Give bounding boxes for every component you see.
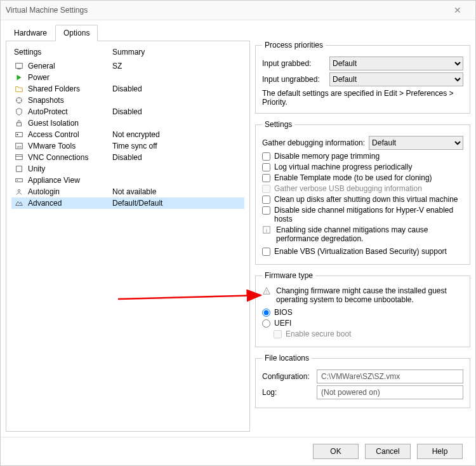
- side-channel-info: i Enabling side channel mitigations may …: [262, 225, 463, 243]
- dialog-body: Settings Summary GeneralSZPowerShared Fo…: [1, 41, 475, 437]
- input-ungrabbed-select[interactable]: Default: [329, 72, 463, 86]
- firmware-legend: Firmware type: [262, 271, 315, 280]
- cb-secure-boot: Enable secure boot: [274, 330, 463, 338]
- input-ungrabbed-label: Input ungrabbed:: [262, 75, 326, 84]
- cb-cleanup-disks[interactable]: Clean up disks after shutting down this …: [262, 195, 463, 204]
- list-item-name: VNC Connections: [28, 153, 112, 162]
- tab-hardware[interactable]: Hardware: [6, 25, 55, 41]
- list-item-snapshots[interactable]: Snapshots: [11, 95, 244, 106]
- list-item-summary: Not encrypted: [112, 130, 242, 139]
- list-item-vnc-connections[interactable]: VNC ConnectionsDisabled: [11, 152, 244, 163]
- vm-settings-window: Virtual Machine Settings ✕ Hardware Opti…: [0, 0, 476, 466]
- process-priorities-group: Process priorities Input grabbed: Defaul…: [255, 41, 470, 114]
- right-panel: Process priorities Input grabbed: Defaul…: [255, 41, 470, 432]
- list-item-access-control[interactable]: Access ControlNot encrypted: [11, 129, 244, 140]
- advanced-icon: [14, 199, 24, 208]
- svg-rect-12: [16, 178, 23, 182]
- settings-legend: Settings: [262, 120, 294, 129]
- svg-point-13: [17, 180, 18, 181]
- list-item-guest-isolation[interactable]: Guest Isolation: [11, 117, 244, 129]
- process-legend: Process priorities: [262, 41, 326, 50]
- svg-rect-0: [16, 63, 23, 69]
- list-item-summary: SZ: [112, 62, 242, 70]
- tab-strip: Hardware Options: [1, 20, 475, 41]
- warning-icon: !: [262, 286, 271, 304]
- svg-marker-2: [17, 75, 22, 81]
- cb-side-channel[interactable]: Disable side channel mitigations for Hyp…: [262, 206, 463, 223]
- list-item-name: General: [28, 62, 112, 70]
- settings-group: Settings Gather debugging information: D…: [255, 120, 470, 265]
- list-item-summary: Time sync off: [112, 142, 242, 150]
- radio-bios[interactable]: BIOS: [262, 308, 463, 317]
- list-item-name: AutoProtect: [28, 107, 112, 116]
- list-item-summary: Not available: [112, 187, 242, 196]
- svg-text:i: i: [266, 227, 267, 234]
- list-item-vmware-tools[interactable]: vmVMware ToolsTime sync off: [11, 140, 244, 152]
- list-item-power[interactable]: Power: [11, 72, 244, 83]
- svg-text:vm: vm: [17, 145, 22, 149]
- list-item-name: VMware Tools: [28, 142, 112, 150]
- list-item-name: Unity: [28, 164, 112, 173]
- config-label: Configuration:: [262, 372, 313, 381]
- list-item-name: Shared Folders: [28, 84, 112, 93]
- access-icon: [14, 130, 24, 139]
- list-item-summary: Disabled: [112, 153, 242, 162]
- settings-list[interactable]: GeneralSZPowerShared FoldersDisabledSnap…: [11, 60, 244, 209]
- input-grabbed-select[interactable]: Default: [329, 57, 463, 70]
- firmware-warning: ! Changing firmware might cause the inst…: [262, 286, 463, 304]
- list-item-name: Advanced: [28, 199, 112, 208]
- vm-icon: vm: [14, 142, 24, 150]
- list-item-name: Guest Isolation: [28, 119, 112, 128]
- list-item-general[interactable]: GeneralSZ: [11, 60, 244, 72]
- radio-uefi[interactable]: UEFI: [262, 319, 463, 328]
- svg-rect-1: [17, 69, 20, 69]
- window-title: Virtual Machine Settings: [6, 6, 445, 15]
- list-item-autoprotect[interactable]: AutoProtectDisabled: [11, 106, 244, 117]
- list-item-name: Access Control: [28, 130, 112, 139]
- autologin-icon: [14, 187, 24, 196]
- list-header: Settings Summary: [11, 46, 244, 58]
- tab-options[interactable]: Options: [55, 25, 98, 41]
- gather-debug-label: Gather debugging information:: [262, 138, 365, 147]
- title-bar: Virtual Machine Settings ✕: [1, 1, 475, 20]
- list-item-autologin[interactable]: AutologinNot available: [11, 186, 244, 197]
- files-legend: File locations: [262, 354, 312, 363]
- list-item-name: Snapshots: [28, 96, 112, 105]
- config-path: C:\VMWare\SZ\SZ.vmx: [317, 369, 463, 383]
- cb-usb-debug: Gather verbose USB debugging information: [262, 184, 463, 193]
- general-icon: [14, 62, 24, 70]
- unity-icon: [14, 164, 24, 173]
- cb-log-progress[interactable]: Log virtual machine progress periodicall…: [262, 163, 463, 171]
- cb-template-mode[interactable]: Enable Template mode (to be used for clo…: [262, 173, 463, 182]
- list-item-shared-folders[interactable]: Shared FoldersDisabled: [11, 83, 244, 95]
- list-item-unity[interactable]: Unity: [11, 163, 244, 175]
- col-summary: Summary: [112, 48, 242, 57]
- col-settings: Settings: [14, 48, 112, 57]
- cb-vbs[interactable]: Enable VBS (Virtualization Based Securit…: [262, 247, 463, 256]
- power-icon: [14, 73, 24, 82]
- folder-icon: [14, 84, 24, 93]
- svg-text:!: !: [266, 290, 267, 294]
- gather-debug-select[interactable]: Default: [369, 136, 463, 150]
- cb-memory-trimming[interactable]: Disable memory page trimming: [262, 152, 463, 161]
- close-icon[interactable]: ✕: [445, 5, 470, 15]
- list-item-summary: Disabled: [112, 84, 242, 93]
- list-item-advanced[interactable]: AdvancedDefault/Default: [11, 197, 244, 209]
- svg-point-14: [18, 190, 20, 192]
- list-item-appliance-view[interactable]: Appliance View: [11, 175, 244, 186]
- priority-note: The default settings are specified in Ed…: [262, 89, 463, 107]
- input-grabbed-label: Input grabbed:: [262, 59, 326, 68]
- svg-point-6: [17, 134, 18, 136]
- log-label: Log:: [262, 388, 313, 397]
- appliance-icon: [14, 176, 24, 185]
- info-icon: i: [262, 225, 271, 243]
- log-path: (Not powered on): [317, 385, 463, 399]
- list-item-name: Power: [28, 73, 112, 82]
- ok-button[interactable]: OK: [313, 444, 359, 459]
- cancel-button[interactable]: Cancel: [365, 444, 411, 459]
- svg-rect-4: [17, 123, 22, 126]
- help-button[interactable]: Help: [417, 444, 463, 459]
- svg-rect-9: [16, 155, 23, 160]
- svg-rect-11: [17, 166, 22, 172]
- list-item-summary: Disabled: [112, 107, 242, 116]
